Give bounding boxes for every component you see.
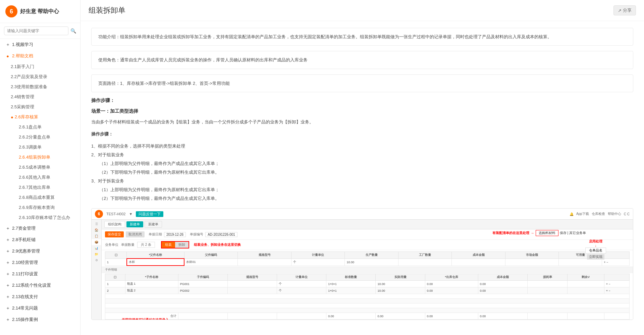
sidebar: 6 好生意 帮助中心 🔍 ＋ 1.视频学习 ● 2.帮助文档 2.1新手入门 2…: [0, 0, 80, 335]
mock-sub-section-label: 子件明细: [102, 267, 633, 273]
mock-ltd-name2: 瓶盖 2: [125, 287, 178, 294]
mock-tab-list: 组织架构: [104, 221, 125, 228]
sidebar-item-2-6-6[interactable]: 2.6.6其他入库单: [5, 172, 80, 182]
mock-ltd-wh1: 0.00: [425, 281, 478, 287]
annotation-arrow1: →: [531, 231, 534, 235]
mock-lower-tbody: 1 瓶盖 1 PG001 个 1+0×1 10.00 0.00: [105, 281, 630, 313]
mock-form-label-date: 单据日期: [149, 232, 162, 237]
page-title: 组装拆卸单: [89, 5, 125, 15]
mock-lth-cost: 成本金额: [478, 274, 527, 281]
mock-empty-row6: [105, 308, 630, 313]
mock-icon2: App下载: [576, 212, 589, 216]
mock-lth-remain: 剩余V: [568, 274, 604, 281]
step2: 2、对于组装业务: [91, 151, 633, 159]
mock-upper-tbody: 1 水杯 水杯01 个 10.00: [105, 259, 630, 266]
mock-lth-ops: [604, 274, 629, 281]
mock-td-ops: + −: [602, 259, 630, 266]
sidebar-item-inventory[interactable]: ● 2.6库存核算: [0, 112, 80, 122]
mock-right-nav: 🔔 App下载 仓库检查 帮助中心 C C: [570, 212, 630, 216]
mock-ltd-cost2: 0.00: [478, 287, 527, 294]
mock-th-spec: 规格型号: [238, 252, 291, 259]
mock-td-prod: 10.00: [345, 259, 398, 266]
sidebar-item-coupon[interactable]: ＋ 2.9优惠券管理: [0, 245, 80, 257]
sidebar-item-purchase[interactable]: 2.5采购管理: [0, 102, 80, 112]
sidebar-item-data-prep[interactable]: 2.3使用前数据准备: [0, 82, 80, 92]
sidebar-item-beginner[interactable]: 2.1新手入门: [0, 62, 80, 72]
mock-footer-empty2: [227, 313, 277, 320]
sidebar-item-finance[interactable]: ＋ 2.7资金管理: [0, 223, 80, 234]
mock-bar-icon6: 📁: [92, 251, 101, 257]
mock-content-area: ☰ 🏠 📋 📦 📊 📁 ⚙ 组织架构: [92, 220, 633, 320]
mock-bar-icon7: ⚙: [92, 257, 101, 263]
sidebar-item-payment[interactable]: ＋ 2.13在线支付: [0, 291, 80, 302]
search-input[interactable]: [4, 26, 68, 35]
share-button[interactable]: ↗ 分享: [613, 5, 636, 15]
mock-th-factory-qty: 工厂数量: [398, 252, 452, 259]
sidebar-item-2-6-3[interactable]: 2.6.3调拨单: [5, 142, 80, 152]
mock-th-check: ☐: [105, 252, 127, 259]
mock-bar-icon1: ☰: [92, 221, 101, 227]
mock-ltd-spec2: [227, 287, 277, 294]
mock-lth-child-code: 子件编码: [178, 274, 227, 281]
scenario1-title: 场景一：加工类型选择: [91, 108, 633, 114]
mock-icon-bar: ☰ 🏠 📋 📦 📊 📁 ⚙: [92, 220, 102, 320]
mock-lower-tfoot: 合计 0.00 0.00 0.00 0.00: [105, 313, 630, 320]
mock-td-cost: [452, 259, 505, 266]
mock-execute-btn: 立即实现: [587, 254, 604, 260]
sidebar-item-system[interactable]: ＋ 2.12系统个性化设置: [0, 280, 80, 291]
mock-form-id: AD-20191226-001: [205, 232, 237, 237]
sidebar-item-2-6-4[interactable]: 2.6.4组装拆卸单: [5, 152, 80, 162]
mock-bar-icon2: 🏠: [92, 227, 101, 233]
mock-icon1: 🔔: [570, 212, 574, 216]
step-list: 1、根据不同的业务，选择不同单据的类型来处理 2、对于组装业务 （1）上部明细为…: [91, 142, 633, 203]
mock-footer-empty3: [277, 313, 326, 320]
mock-ltd-num2: 2: [105, 287, 125, 294]
sidebar-item-2-6-9[interactable]: 2.6.9库存账本查询: [5, 203, 80, 213]
plus-icon9: ＋: [5, 306, 10, 311]
search-icon[interactable]: 🔍: [70, 28, 76, 34]
mock-ltd-loss1: [528, 281, 568, 287]
mock-footer-empty4: [528, 313, 568, 320]
plus-icon10: ＋: [5, 317, 10, 322]
intro-block: 功能介绍：组装拆卸单用来处理企业组装或拆卸等加工业务，支持有固定装配清单的产品加…: [91, 28, 633, 46]
role-block: 使用角色：通常由生产人员或库管人员完成拆装业务的操作，库管人员确认原材料的出库和…: [91, 51, 633, 69]
plus-icon6: ＋: [5, 272, 10, 276]
sidebar-item-2-6-8[interactable]: 2.6.8商品成本重算: [5, 192, 80, 203]
step1: 1、根据不同的业务，选择不同单据的类型来处理: [91, 142, 633, 151]
mock-icon5: C C: [624, 212, 630, 216]
share-icon: ↗: [618, 8, 622, 13]
step3-sub2: （2）下部明细为子件明细，最终作为产成品生成其它入库单。: [99, 194, 633, 203]
sidebar-item-case[interactable]: ＋ 2.15操作案例: [0, 314, 80, 325]
sidebar-item-mobile[interactable]: ＋ 2.8手机旺铺: [0, 234, 80, 245]
mock-ltd-ops1: + −: [604, 281, 629, 287]
mock-th-ops: [602, 252, 630, 259]
mock-td-market: [505, 259, 559, 266]
sidebar-item-2-6-7[interactable]: 2.6.7其他出库单: [5, 182, 80, 192]
sidebar-item-management[interactable]: ＋ 2.10经营管理: [0, 257, 80, 268]
mock-logo: 6: [95, 210, 103, 218]
mock-cancel-btn: 取消关闭: [126, 231, 145, 237]
mock-th-parent-name: *父件名称: [127, 252, 184, 259]
sidebar-item-sales[interactable]: 2.4销售管理: [0, 92, 80, 102]
steps-title: 操作步骤：: [91, 98, 633, 104]
sidebar-item-2-6-2[interactable]: 2.6.2分量盘点单: [5, 132, 80, 142]
sidebar-item-faq[interactable]: ＋ 2.14常见问题: [0, 302, 80, 314]
sidebar-item-2-6-5[interactable]: 2.6.5成本调整单: [5, 162, 80, 172]
sidebar-item-video[interactable]: ＋ 1.视频学习: [0, 39, 80, 50]
mock-ltd-spec1: [227, 281, 277, 287]
step3: 3、对于拆装业务: [91, 177, 633, 185]
sidebar-item-print[interactable]: ＋ 2.11打印设置: [0, 268, 80, 280]
sidebar-item-2-6-1[interactable]: 2.6.1盘点单: [5, 122, 80, 132]
mock-footer-empty1: [178, 313, 227, 320]
mock-ltd-remain2: [568, 287, 604, 294]
plus-icon8: ＋: [5, 294, 10, 299]
plus-icon5: ＋: [5, 260, 10, 265]
mock-upper-table: ☐ *父件名称 父件编码 规格型号 计量单位 生产数量 工厂数量 成本金额: [105, 252, 630, 266]
mock-th-prod-qty: 生产数量: [345, 252, 398, 259]
sidebar-item-install[interactable]: 2.2产品安装及登录: [0, 72, 80, 82]
annotation-enable: 启用处理 ↓ 仓单品名 立即实现: [585, 239, 606, 260]
main-header: 组装拆卸单 ↗ 分享: [80, 0, 644, 21]
plus-icon3: ＋: [5, 237, 10, 242]
sidebar-item-docs[interactable]: ● 2.帮助文档: [0, 50, 80, 62]
sidebar-item-2-6-10[interactable]: 2.6.10库存账本错了怎么办: [5, 213, 80, 223]
